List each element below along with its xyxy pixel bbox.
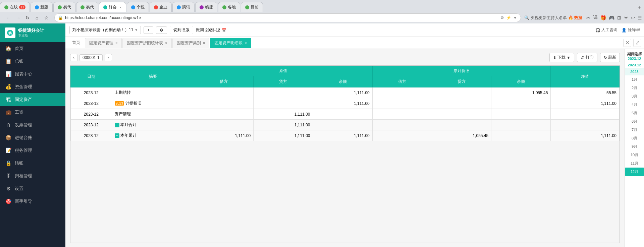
game-icon[interactable]: 🎮 [609, 15, 614, 20]
next-page-button[interactable]: › [105, 54, 112, 61]
sidebar-item-icon: 💰 [5, 84, 11, 90]
sidebar-item-新手引导[interactable]: 🎯新手引导 [0, 195, 65, 208]
table-cell [432, 87, 491, 98]
back-button[interactable]: ← [5, 14, 13, 22]
period-month-item[interactable]: 6月 [625, 117, 644, 126]
period-month-item[interactable]: 7月 [625, 126, 644, 134]
browser-tab-3[interactable]: 易代 [76, 2, 98, 12]
settings-button[interactable]: ⚙ [156, 26, 167, 34]
sidebar-item-工资[interactable]: 💼工资 [0, 106, 65, 119]
sidebar-item-资金管理[interactable]: 💰资金管理 [0, 80, 65, 93]
period-month-item[interactable]: 9月 [625, 142, 644, 151]
browser-tab-2[interactable]: 易代 [53, 2, 75, 12]
browser-tab-1[interactable]: 新版 [31, 2, 53, 12]
app-tab-2[interactable]: 固定资产折旧统计表× [122, 38, 171, 48]
accumulated-depreciation-header: 累计折旧 [372, 66, 551, 76]
calendar-icon[interactable]: 📅 [221, 28, 226, 33]
sidebar-item-label: 报表中心 [15, 71, 32, 77]
user-avatar[interactable]: 👤 徐译华 [622, 27, 640, 33]
browser-tab-4[interactable]: 好会× [99, 2, 126, 12]
browser-tab-6[interactable]: 企业 [150, 2, 172, 12]
period-month-item[interactable]: 10月 [625, 151, 644, 159]
undo-icon[interactable]: ↩ [631, 15, 635, 20]
app-tab-close[interactable]: × [245, 41, 247, 45]
logo-icon: 畅 [5, 27, 15, 38]
period-month-item[interactable]: 2月 [625, 84, 644, 92]
sidebar-item-报表中心[interactable]: 📊报表中心 [0, 68, 65, 80]
period-month-item[interactable]: 8月 [625, 134, 644, 142]
browser-tab-9[interactable]: 各地 [218, 2, 240, 12]
sidebar-item-税务管理[interactable]: 📝税务管理 [0, 144, 65, 157]
service-button[interactable]: 🎧 人工咨询 [595, 27, 618, 33]
period-month-item[interactable]: 4月 [625, 101, 644, 109]
period-value: 2023-12 [205, 28, 220, 33]
sidebar-item-icon: 📦 [5, 135, 11, 141]
table-cell: 1,055.45 [432, 130, 491, 141]
refresh-label: 刷新 [608, 55, 616, 60]
forward-button[interactable]: → [14, 14, 22, 22]
sidebar-item-归档管理[interactable]: 🗄归档管理 [0, 170, 65, 182]
table-cell [432, 109, 491, 120]
sidebar-item-label: 资金管理 [15, 84, 32, 90]
app-tab-4[interactable]: 固定资产明细账× [210, 38, 251, 48]
sidebar-item-icon: 🔒 [5, 160, 11, 166]
address-url[interactable]: https://cloud.chanjet.com/accounting/uw1… [65, 15, 498, 20]
sidebar-item-发票管理[interactable]: 🗒发票管理 [0, 119, 65, 131]
brightness-icon[interactable]: ☀ [624, 15, 628, 20]
sidebar-item-设置[interactable]: ⚙设置 [0, 182, 65, 195]
reload-button[interactable]: ↻ [23, 14, 32, 22]
refresh-button[interactable]: ↻ 刷新 [600, 53, 620, 62]
cut-icon[interactable]: ✂ [586, 15, 590, 20]
table-cell: 2023-12 [71, 98, 112, 109]
browser-tab-5[interactable]: 个税 [127, 2, 149, 12]
app-tab-close[interactable]: × [203, 41, 205, 45]
sidebar-item-icon: 📋 [5, 58, 11, 64]
tab-close-button[interactable]: × [119, 5, 121, 9]
browser-tab-10[interactable]: 目前 [241, 2, 263, 12]
app-tab-0[interactable]: 首页 [68, 38, 84, 48]
period-month-item[interactable]: 2023 [625, 68, 644, 75]
site-info-icon[interactable]: ⚙ [500, 15, 504, 20]
sidebar-item-label: 工资 [15, 109, 23, 115]
ledger-table: 日期 摘要 原值 累计折旧 净值 借方 贷方 余额 借方 [70, 66, 620, 141]
period-month-item[interactable]: 3月 [625, 92, 644, 101]
switch-version-button[interactable]: 切到旧版 [170, 26, 193, 34]
print-button[interactable]: 🖨 打印 [577, 53, 597, 62]
browser-tab-7[interactable]: 腾讯 [172, 2, 195, 12]
dropdown-icon[interactable]: ▼ [513, 15, 517, 20]
browser-tab-0[interactable]: 在线11 [0, 2, 30, 12]
home-button[interactable]: ⌂ [33, 14, 41, 22]
bookmark-button[interactable]: ☆ [42, 14, 50, 22]
expand-panel-button[interactable]: ⤢ [633, 39, 641, 47]
download-button[interactable]: ⬇ 下载 ▼ [549, 53, 574, 62]
translate-icon[interactable]: 译 [593, 15, 598, 21]
period-month-item[interactable]: 12月 [625, 168, 644, 176]
sidebar-item-首页[interactable]: 🏠首页 [0, 42, 65, 55]
add-account-button[interactable]: + [144, 26, 153, 34]
sidebar-item-结账[interactable]: 🔒结账 [0, 157, 65, 170]
period-month-item[interactable]: 5月 [625, 109, 644, 117]
sidebar-item-固定资产[interactable]: 🏗固定资产 [0, 93, 65, 106]
app-tab-3[interactable]: 固定资产类别× [172, 38, 209, 48]
sidebar-item-label: 首页 [15, 46, 23, 52]
grid-icon[interactable]: ⊞ [617, 15, 621, 20]
period-month-item[interactable]: 1月 [625, 75, 644, 84]
close-panel-button[interactable]: ✕ [623, 39, 631, 47]
sidebar-item-icon: ⚙ [5, 186, 11, 192]
sidebar-item-总账[interactable]: 📋总账 [0, 55, 65, 68]
menu-icon[interactable]: ☰ [638, 15, 642, 20]
lightning-icon[interactable]: ⚡ [506, 15, 511, 20]
tab-add-button[interactable]: + [635, 3, 644, 12]
period-month-item[interactable]: 11月 [625, 159, 644, 168]
prev-page-button[interactable]: ‹ [70, 54, 77, 61]
table-cell [372, 87, 432, 98]
app-tab-label: 固定资产折旧统计表 [127, 40, 163, 46]
browser-tab-8[interactable]: 畅捷 [195, 2, 217, 12]
app-tab-close[interactable]: × [115, 41, 117, 45]
sidebar-item-进销台账[interactable]: 📦进销台账 [0, 131, 65, 144]
wallet-icon[interactable]: 🎁 [600, 15, 606, 20]
account-selector[interactable]: 刘小艳演示账套（勿删勿动！）11 ▼ [69, 26, 141, 34]
sidebar-item-icon: 📝 [5, 147, 11, 153]
app-tab-1[interactable]: 固定资产管理× [85, 38, 122, 48]
app-tab-close[interactable]: × [165, 41, 167, 45]
